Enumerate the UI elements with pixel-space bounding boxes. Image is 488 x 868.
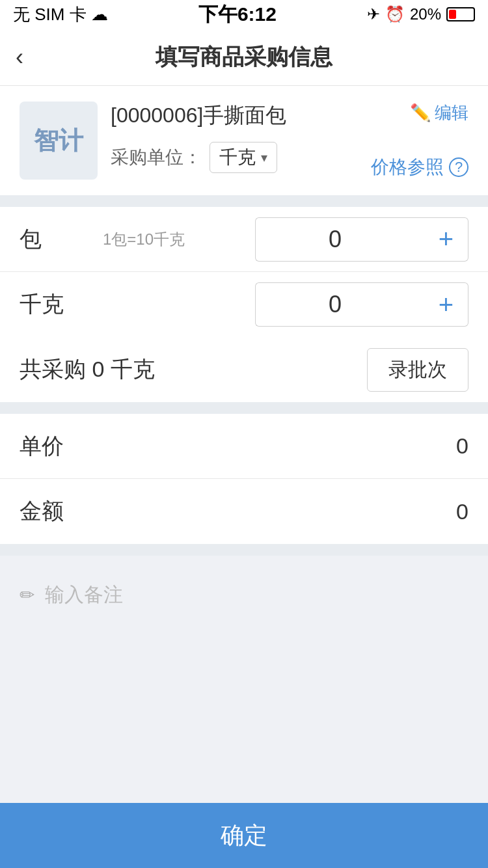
section-divider-3 <box>0 544 488 556</box>
summary-row: 共采购 0 千克 录批次 <box>0 337 488 402</box>
summary-text: 共采购 0 千克 <box>20 355 155 385</box>
edit-icon: ✏️ <box>410 103 431 123</box>
plus-icon-2: + <box>439 290 454 319</box>
amount-value: 0 <box>456 499 468 524</box>
price-ref-label: 价格参照 <box>371 155 444 180</box>
content-spacer <box>0 634 488 829</box>
product-image: 智计 <box>20 102 98 180</box>
unit-label: 采购单位： <box>111 145 202 170</box>
unit-price-value: 0 <box>456 433 468 459</box>
edit-button[interactable]: ✏️ 编辑 <box>410 102 468 124</box>
kg-input-right: + <box>255 282 468 327</box>
kg-input-row: 千克 + <box>0 272 488 337</box>
pencil-icon: ✏ <box>20 584 34 606</box>
battery-icon <box>446 7 475 21</box>
amount-label: 金额 <box>20 496 64 526</box>
input-section: 包 1包=10千克 + 千克 + <box>0 207 488 337</box>
kg-plus-button[interactable]: + <box>424 282 468 327</box>
bao-plus-button[interactable]: + <box>424 217 468 262</box>
bao-label: 包 <box>20 224 98 254</box>
remark-section[interactable]: ✏ 输入备注 <box>0 556 488 634</box>
amount-row: 金额 0 <box>0 479 488 544</box>
plus-icon: + <box>439 224 454 254</box>
bottom-bar: 确定 <box>0 803 488 868</box>
chevron-down-icon: ▾ <box>261 150 267 165</box>
bao-input-row: 包 1包=10千克 + <box>0 207 488 272</box>
alarm-icon: ⏰ <box>385 5 405 23</box>
confirm-button[interactable]: 确定 <box>0 803 488 868</box>
status-signal: 无 SIM 卡 ☁ <box>13 3 108 26</box>
status-bar: 无 SIM 卡 ☁ 下午6:12 ✈ ⏰ 20% <box>0 0 488 29</box>
edit-label: 编辑 <box>435 102 468 124</box>
bao-qty-input[interactable] <box>255 217 424 262</box>
price-section: 单价 0 金额 0 <box>0 414 488 544</box>
product-logo: 智计 <box>34 124 83 157</box>
section-divider-2 <box>0 402 488 414</box>
back-button[interactable]: ‹ <box>16 44 23 71</box>
unit-price-row: 单价 0 <box>0 414 488 479</box>
price-ref-button[interactable]: 价格参照 ? <box>371 155 468 180</box>
bao-input-right: + <box>255 217 468 262</box>
kg-label: 千克 <box>20 290 98 319</box>
product-card: 智计 [0000006]手撕面包 采购单位： 千克 ▾ ✏️ 编辑 价格参照 ? <box>0 86 488 195</box>
section-divider-1 <box>0 195 488 207</box>
page-title: 填写商品采购信息 <box>156 42 332 72</box>
header: ‹ 填写商品采购信息 <box>0 29 488 86</box>
location-icon: ✈ <box>367 5 380 23</box>
battery-percent: 20% <box>410 5 441 23</box>
status-time: 下午6:12 <box>198 1 277 28</box>
kg-qty-input[interactable] <box>255 282 424 327</box>
status-right: ✈ ⏰ 20% <box>367 5 475 23</box>
unit-select[interactable]: 千克 ▾ <box>210 142 277 173</box>
unit-value: 千克 <box>219 145 256 170</box>
unit-price-label: 单价 <box>20 431 64 461</box>
info-icon: ? <box>449 157 468 177</box>
record-batch-button[interactable]: 录批次 <box>367 348 468 392</box>
remark-placeholder: 输入备注 <box>45 582 123 608</box>
bao-sublabel: 1包=10千克 <box>103 229 185 250</box>
